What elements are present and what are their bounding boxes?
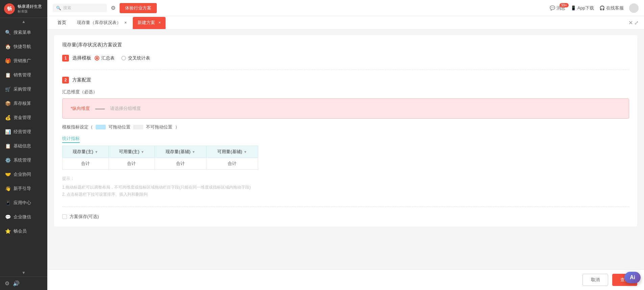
app-download-item[interactable]: 📱 App下载 (571, 5, 594, 11)
handshake-icon: 🤝 (5, 171, 11, 177)
cancel-button[interactable]: 取消 (583, 274, 608, 286)
tabs-bar: 首页 现存量（库存状况表） × 新建方案 × ✕ ⤢ (47, 16, 644, 30)
dimension-arrow: —— (95, 106, 105, 111)
radio-summary-label: 汇总表 (101, 55, 115, 61)
sound-icon[interactable]: 🔊 (13, 280, 20, 287)
table-section: 统计指标 现存量(主) ▼ (62, 136, 629, 170)
template-indicator: 模板指标设定（ 可拖动位置 不可拖动位置 ） (62, 124, 629, 130)
online-service-label: 在线客服 (606, 5, 624, 11)
sidebar-item-marketing[interactable]: 🎁 营销推广 (0, 54, 47, 68)
col-current-qty-aux[interactable]: 现存量(基辅) ▼ (155, 146, 206, 158)
user-avatar[interactable] (629, 3, 639, 13)
footer-bar: 取消 查询 (47, 269, 644, 290)
radio-summary[interactable]: 汇总表 (95, 55, 115, 61)
tab-inventory-label: 现存量（库存状况表） (77, 20, 121, 26)
phone-icon: 📱 (5, 200, 11, 206)
step2-title: 方案配置 (72, 77, 91, 83)
sidebar-bottom: ⚙ 🔊 (0, 276, 47, 290)
col-arrow-2: ▼ (192, 150, 195, 154)
step1-badge: 1 (62, 55, 69, 62)
sidebar-item-quick-nav[interactable]: 🏠 快捷导航 (0, 40, 47, 54)
step2-badge: 2 (62, 77, 69, 83)
tab-new-scheme[interactable]: 新建方案 × (133, 17, 166, 29)
sidebar-item-label: 畅会员 (14, 228, 27, 234)
messages-count: 99+ (560, 3, 569, 7)
sidebar-item-label: 采购管理 (14, 86, 31, 92)
sidebar-item-label: 企业微信 (14, 214, 31, 220)
col-arrow-3: ▼ (244, 150, 247, 154)
sidebar-item-sales[interactable]: 📋 销售管理 (0, 68, 47, 82)
messages-badge[interactable]: 💬 消息 99+ (550, 5, 565, 11)
cell-0-2: 合计 (155, 158, 206, 170)
expand-panel-icon[interactable]: ⤢ (634, 20, 639, 26)
sidebar-item-new-guide[interactable]: 👋 新手引导 (0, 182, 47, 196)
col-current-qty-main[interactable]: 现存量(主) ▼ (63, 146, 109, 158)
radio-cross[interactable]: 交叉统计表 (121, 55, 150, 61)
indicator-end: ） (175, 124, 179, 130)
tab-inventory-status[interactable]: 现存量（库存状况表） × (72, 17, 131, 29)
fixed-indicator (133, 125, 143, 129)
cell-0-0: 合计 (63, 158, 109, 170)
template-radio-group: 汇总表 交叉统计表 (95, 55, 150, 61)
sidebar-item-label: 资金管理 (14, 115, 31, 121)
cell-0-1: 合计 (108, 158, 155, 170)
movable-indicator (96, 125, 106, 129)
info-icon: 📋 (5, 143, 11, 149)
sidebar-item-cooperation[interactable]: 🤝 企业协同 (0, 167, 47, 182)
save-option: 方案保存(可选) (62, 214, 629, 220)
box-icon: 📦 (5, 100, 11, 106)
col-available-qty-aux[interactable]: 可用量(基辅) ▼ (206, 146, 258, 158)
content-area: 现存量(库存状况表)方案设置 1 选择模板 汇总表 交叉统计表 (47, 30, 644, 269)
cart-icon: 🛒 (5, 86, 11, 92)
settings-bottom-icon[interactable]: ⚙ (5, 280, 9, 287)
col-available-qty-main[interactable]: 可用量(主) ▼ (108, 146, 155, 158)
sidebar-item-system[interactable]: ⚙️ 系统管理 (0, 153, 47, 167)
topbar-search-box[interactable]: 🔍 搜索 (53, 4, 107, 12)
sidebar-scroll-down[interactable]: ▼ (0, 269, 47, 276)
headset-icon: 🎧 (599, 5, 605, 10)
online-service-item[interactable]: 🎧 在线客服 (599, 5, 624, 11)
sidebar-item-wechat[interactable]: 💬 企业微信 (0, 210, 47, 224)
sidebar-item-label: 搜索菜单 (14, 29, 31, 35)
step1-title: 选择模板 (72, 55, 91, 61)
step1-header: 1 选择模板 汇总表 交叉统计表 (62, 55, 629, 62)
page-title: 现存量(库存状况表)方案设置 (62, 42, 629, 48)
tab-new-scheme-close[interactable]: × (158, 20, 161, 25)
trial-button[interactable]: 体验行业方案 (120, 3, 157, 13)
sidebar-item-label: 企业协同 (14, 171, 31, 177)
sidebar-item-operations[interactable]: 📊 经营管理 (0, 125, 47, 139)
dimension-placeholder[interactable]: 请选择分组维度 (110, 105, 141, 112)
star-icon: ⭐ (5, 228, 11, 234)
tab-inventory-close[interactable]: × (124, 20, 127, 25)
sidebar-nav: 🔍 搜索菜单 🏠 快捷导航 🎁 营销推广 📋 销售管理 🛒 采购管理 📦 库存核… (0, 25, 47, 269)
stats-table: 现存量(主) ▼ 可用量(主) ▼ (62, 146, 258, 170)
sidebar-item-label: 系统管理 (14, 157, 31, 163)
gear-icon: ⚙️ (5, 157, 11, 163)
fixed-label: 不可拖动位置 (146, 124, 172, 130)
tips-item-2: 2. 点击标题栏下拉可设置排序、插入列和删除列 (62, 191, 629, 198)
sidebar-item-purchase[interactable]: 🛒 采购管理 (0, 82, 47, 96)
settings-icon[interactable]: ⚙ (111, 5, 116, 11)
sidebar-item-membership[interactable]: ⭐ 畅会员 (0, 224, 47, 238)
tab-home[interactable]: 首页 (53, 17, 71, 29)
sidebar: 畅 畅康通好生意 标准版 ▲ 🔍 搜索菜单 🏠 快捷导航 🎁 营销推广 📋 销售… (0, 0, 47, 290)
tips-section: 提示： 1.拖动标题栏可以调整布局，不可跨维度或指标区域拖动栏目字段(只能在同一… (62, 175, 629, 198)
sidebar-item-app-center[interactable]: 📱 应用中心 (0, 196, 47, 210)
wechat-icon: 💬 (5, 214, 11, 220)
tips-item-1: 1.拖动标题栏可以调整布局，不可跨维度或指标区域拖动栏目字段(只能在同一维度或指… (62, 184, 629, 191)
search-icon: 🔍 (5, 29, 11, 35)
save-checkbox[interactable] (62, 214, 67, 219)
sales-icon: 📋 (5, 72, 11, 78)
close-panel-icon[interactable]: ✕ (628, 20, 633, 26)
settings-panel: 现存量(库存状况表)方案设置 1 选择模板 汇总表 交叉统计表 (54, 35, 637, 226)
sidebar-item-search[interactable]: 🔍 搜索菜单 (0, 25, 47, 40)
sidebar-scroll-up[interactable]: ▲ (0, 18, 47, 25)
sidebar-item-inventory[interactable]: 📦 库存核算 (0, 96, 47, 111)
search-placeholder: 搜索 (63, 5, 71, 11)
gift-icon: 🎁 (5, 58, 11, 64)
dimension-label: 汇总维度（必选） (62, 89, 629, 95)
sidebar-item-finance[interactable]: 💰 资金管理 (0, 111, 47, 125)
sidebar-item-basic-info[interactable]: 📋 基础信息 (0, 139, 47, 153)
table-label: 统计指标 (62, 136, 80, 143)
ai-fab-button[interactable]: Ai (624, 272, 641, 283)
